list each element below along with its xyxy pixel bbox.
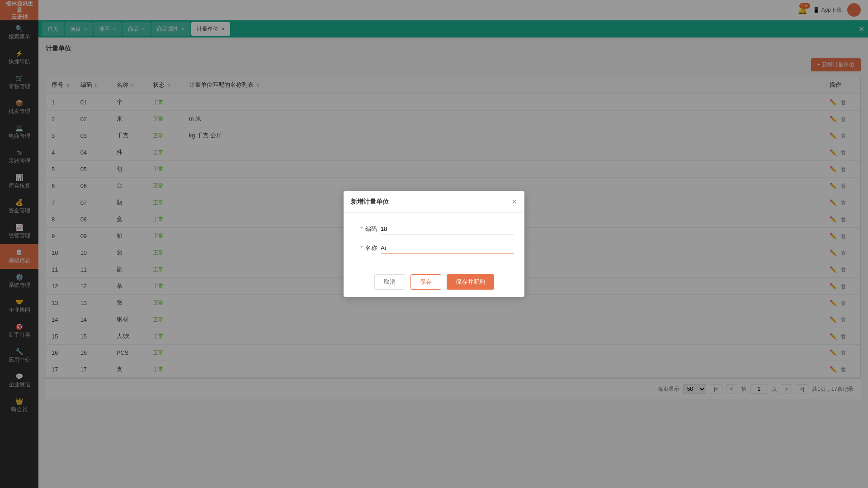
code-label: * 编码 [354,225,377,233]
form-row-name: * 名称 [354,243,514,253]
save-and-new-button[interactable]: 保存并新增 [447,274,494,290]
code-input[interactable] [381,224,514,235]
required-star-code: * [360,225,363,232]
modal-header: 新增计量单位 ✕ [344,191,524,213]
name-label: * 名称 [354,244,377,252]
modal-footer: 取消 保存 保存并新增 [344,269,524,297]
required-star-name: * [360,244,363,251]
modal-body: * 编码 * 名称 [344,213,524,269]
save-button[interactable]: 保存 [410,274,441,290]
cancel-button[interactable]: 取消 [374,274,405,290]
modal-title: 新增计量单位 [351,198,389,206]
modal-close-button[interactable]: ✕ [511,197,517,206]
add-unit-modal: 新增计量单位 ✕ * 编码 * 名称 取消 保存 保存并新增 [344,191,524,297]
name-input[interactable] [381,243,514,253]
modal-overlay: 新增计量单位 ✕ * 编码 * 名称 取消 保存 保存并新增 [0,0,868,488]
form-row-code: * 编码 [354,224,514,235]
